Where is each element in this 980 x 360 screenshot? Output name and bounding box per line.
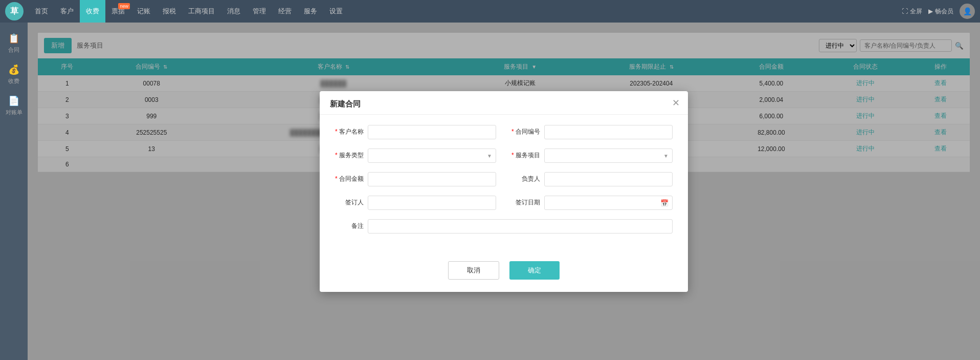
nav-operation[interactable]: 经营	[272, 0, 298, 23]
contract-no-label: 合同编号	[511, 128, 540, 136]
form-row-4: 签订人 签订日期 2023-06-06 📅	[335, 196, 673, 210]
field-contract-no: 合同编号	[511, 125, 673, 139]
sidebar-item-fee[interactable]: 💰 收费	[0, 59, 28, 90]
nav-tax[interactable]: 报税	[157, 0, 182, 23]
sidebar: 📋 合同 💰 收费 📄 对账单	[0, 23, 28, 360]
new-badge: new	[118, 3, 130, 9]
signer-label: 签订人	[335, 198, 364, 207]
person-input[interactable]	[544, 172, 673, 186]
fullscreen-icon: ⛶	[902, 8, 908, 15]
logo-text: 草	[10, 6, 18, 17]
nav-manage[interactable]: 管理	[247, 0, 272, 23]
top-nav: 草 首页 客户 收费 票据 new 记账 报税 工商项目 消息 管理 经营 服务…	[0, 0, 980, 23]
note-input[interactable]	[368, 219, 673, 234]
nav-home[interactable]: 首页	[29, 0, 54, 23]
note-label: 备注	[335, 222, 364, 230]
avatar[interactable]: 👤	[960, 4, 975, 19]
amount-input[interactable]: 0.00	[368, 172, 496, 186]
form-row-1: 客户名称 合同编号	[335, 125, 673, 139]
service-type-select[interactable]	[368, 149, 496, 163]
nav-settings[interactable]: 设置	[323, 0, 349, 23]
sidebar-item-statement[interactable]: 📄 对账单	[0, 90, 28, 121]
service-item-wrapper	[544, 149, 673, 163]
modal-overlay: 新建合同 ✕ 客户名称 合同编号	[28, 23, 980, 360]
nav-fee[interactable]: 收费	[80, 0, 105, 23]
form-row-3: 合同金额 0.00 负责人	[335, 172, 673, 186]
member-button[interactable]: ▶ 畅会员	[928, 7, 953, 16]
modal-body: 客户名称 合同编号 服务类型	[320, 115, 688, 253]
sign-date-input[interactable]: 2023-06-06	[544, 196, 673, 210]
member-icon: ▶	[928, 8, 933, 15]
field-service-item: 服务项目	[511, 149, 673, 163]
service-item-label: 服务项目	[511, 151, 540, 160]
field-signer: 签订人	[335, 196, 496, 210]
signer-input[interactable]	[368, 196, 496, 210]
nav-business[interactable]: 工商项目	[182, 0, 221, 23]
fee-icon: 💰	[8, 64, 19, 75]
sign-date-wrapper: 2023-06-06 📅	[544, 196, 673, 210]
person-label: 负责人	[511, 175, 540, 183]
fullscreen-button[interactable]: ⛶ 全屏	[902, 7, 922, 16]
nav-service[interactable]: 服务	[298, 0, 323, 23]
client-input[interactable]	[368, 125, 496, 139]
avatar-icon: 👤	[963, 7, 972, 15]
contract-icon: 📋	[8, 33, 19, 44]
nav-right: ⛶ 全屏 ▶ 畅会员 👤	[902, 4, 975, 19]
nav-message[interactable]: 消息	[221, 0, 247, 23]
calendar-icon[interactable]: 📅	[660, 199, 669, 206]
confirm-button[interactable]: 确定	[509, 261, 560, 280]
client-label: 客户名称	[335, 128, 364, 136]
nav-client[interactable]: 客户	[54, 0, 80, 23]
form-row-5: 备注	[335, 219, 673, 234]
nav-ticket[interactable]: 票据 new	[105, 0, 131, 23]
contract-no-input[interactable]	[544, 125, 673, 139]
logo[interactable]: 草	[5, 2, 24, 20]
service-item-select[interactable]	[544, 149, 673, 163]
modal-close-button[interactable]: ✕	[672, 97, 680, 109]
content-area: 新增 服务项目 进行中 已完成 全部 🔍	[28, 23, 980, 360]
cancel-button[interactable]: 取消	[448, 261, 499, 280]
modal-header: 新建合同	[320, 91, 688, 115]
modal-title: 新建合同	[330, 99, 361, 108]
service-type-label: 服务类型	[335, 151, 364, 160]
field-note: 备注	[335, 219, 673, 234]
amount-label: 合同金额	[335, 175, 364, 183]
nav-items: 首页 客户 收费 票据 new 记账 报税 工商项目 消息 管理 经营 服务 设…	[29, 0, 902, 23]
modal-footer: 取消 确定	[320, 253, 688, 292]
field-person: 负责人	[511, 172, 673, 186]
statement-icon: 📄	[8, 95, 19, 107]
field-client: 客户名称	[335, 125, 496, 139]
nav-bookkeeping[interactable]: 记账	[131, 0, 157, 23]
new-contract-modal: 新建合同 ✕ 客户名称 合同编号	[320, 91, 688, 292]
sign-date-label: 签订日期	[511, 198, 540, 207]
main-layout: 📋 合同 💰 收费 📄 对账单 新增 服务项目 进行中 已完成 全部	[0, 23, 980, 360]
field-service-type: 服务类型	[335, 149, 496, 163]
service-type-wrapper	[368, 149, 496, 163]
field-amount: 合同金额 0.00	[335, 172, 496, 186]
form-row-2: 服务类型 服务项目	[335, 149, 673, 163]
sidebar-item-contract[interactable]: 📋 合同	[0, 28, 28, 59]
field-sign-date: 签订日期 2023-06-06 📅	[511, 196, 673, 210]
